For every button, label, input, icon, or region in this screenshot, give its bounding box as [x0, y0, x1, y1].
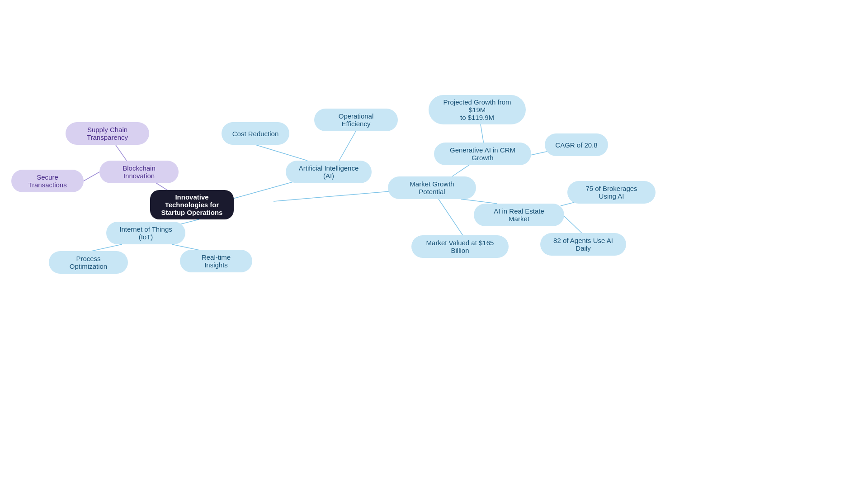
svg-line-6 [255, 145, 307, 161]
market-growth-node: Market Growth Potential [388, 176, 476, 199]
market-valued-node: Market Valued at $165 Billion [411, 235, 509, 258]
svg-line-7 [339, 131, 356, 161]
svg-line-11 [461, 199, 497, 204]
svg-line-13 [481, 124, 484, 144]
supply-chain-node: Supply Chain Transparency [66, 122, 149, 145]
secure-transactions-node: Secure Transactions [11, 170, 84, 192]
process-optimization-node: Process Optimization [49, 251, 128, 274]
blockchain-node: Blockchain Innovation [99, 161, 179, 183]
projected-growth-node: Projected Growth from $19M to $119.9M [429, 95, 526, 124]
iot-node: Internet of Things (IoT) [106, 222, 185, 244]
cost-reduction-node: Cost Reduction [222, 122, 289, 145]
cagr-node: CAGR of 20.8 [545, 133, 608, 156]
brokerages-node: 75 of Brokerages Using AI [567, 181, 656, 204]
operational-efficiency-node: Operational Efficiency [314, 109, 398, 131]
center-node: Innovative Technologies for Startup Oper… [150, 190, 234, 219]
ai-node: Artificial Intelligence (AI) [286, 161, 372, 183]
svg-line-5 [84, 172, 99, 181]
svg-line-8 [91, 244, 122, 251]
generative-ai-node: Generative AI in CRM Growth [434, 143, 531, 165]
realtime-insights-node: Real-time Insights [180, 250, 252, 272]
agents-daily-node: 82 of Agents Use AI Daily [540, 233, 626, 256]
svg-line-12 [439, 199, 463, 236]
ai-real-estate-node: AI in Real Estate Market [474, 204, 564, 226]
